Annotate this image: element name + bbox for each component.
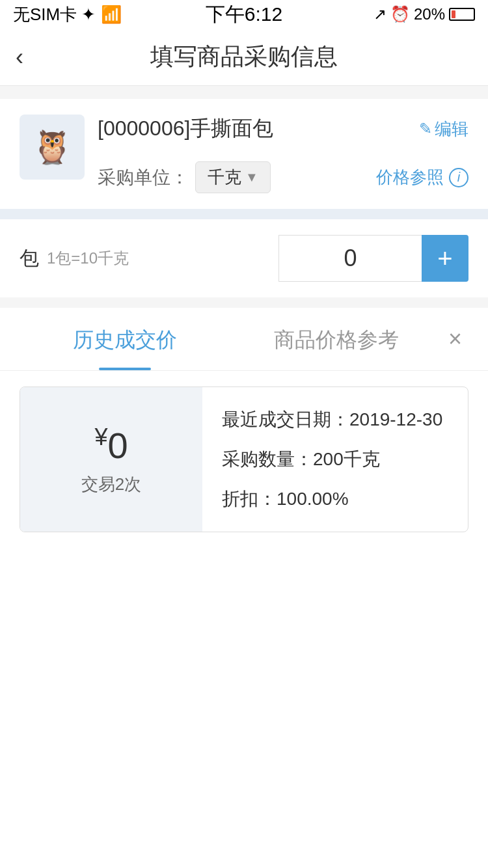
purchase-qty-label: 采购数量：	[222, 449, 313, 469]
discount-label: 折扣：	[222, 489, 277, 509]
purchase-qty: 采购数量：200千克	[222, 445, 448, 474]
status-bar: 无SIM卡 ✦ 📶 下午6:12 ↗ ⏰ 20%	[0, 0, 488, 29]
price-ref-label: 价格参照	[376, 166, 444, 189]
product-card: 🦉 [0000006]手撕面包 ✎ 编辑 采购单位： 千克 ▼	[0, 99, 488, 209]
battery-icon	[449, 8, 475, 21]
price-panel: 历史成交价 商品价格参考 × ¥0 交易2次 最近成交日期：2019-12-30…	[0, 308, 488, 548]
price-panel-tabs: 历史成交价 商品价格参考 ×	[0, 308, 488, 371]
recent-date-label: 最近成交日期：	[222, 409, 349, 429]
purchase-qty-value: 200千克	[313, 449, 380, 469]
price-ref-button[interactable]: 价格参照 i	[376, 166, 468, 189]
quantity-label: 包 1包=10千克	[20, 245, 129, 272]
price-symbol: ¥	[94, 424, 107, 450]
recent-date: 最近成交日期：2019-12-30	[222, 405, 448, 435]
quantity-input-group: +	[278, 235, 468, 282]
product-thumb-icon: 🦉	[32, 128, 72, 166]
quantity-hint: 1包=10千克	[47, 248, 129, 269]
edit-button[interactable]: ✎ 编辑	[419, 118, 468, 141]
status-right-icons: ↗ ⏰ 20%	[373, 5, 475, 23]
recent-date-value: 2019-12-30	[349, 409, 442, 429]
discount: 折扣：100.00%	[222, 485, 448, 514]
unit-label: 采购单位：	[98, 165, 189, 190]
page-title: 填写商品采购信息	[150, 41, 338, 73]
quantity-unit: 包	[20, 245, 39, 272]
history-price-summary: ¥0 交易2次	[20, 387, 202, 532]
carrier-text: 无SIM卡 ✦	[13, 3, 96, 26]
product-info: [0000006]手撕面包 ✎ 编辑 采购单位： 千克 ▼ 价格参照 i	[98, 115, 468, 193]
history-card: ¥0 交易2次 最近成交日期：2019-12-30 采购数量：200千克 折扣：…	[20, 387, 468, 532]
product-name: [0000006]手撕面包	[98, 115, 273, 143]
history-price-value: ¥0	[94, 424, 128, 467]
quantity-row: 包 1包=10千克 +	[0, 219, 488, 297]
unit-value: 千克	[208, 166, 241, 189]
price-number: 0	[107, 425, 128, 466]
section-divider	[0, 209, 488, 219]
product-thumbnail: 🦉	[20, 115, 85, 180]
product-unit-row: 采购单位： 千克 ▼ 价格参照 i	[98, 161, 468, 193]
battery-percent: 20%	[414, 5, 445, 23]
edit-label: 编辑	[435, 118, 468, 141]
price-panel-close-button[interactable]: ×	[442, 312, 468, 366]
nav-bar: ‹ 填写商品采购信息	[0, 29, 488, 86]
quantity-input[interactable]	[278, 235, 422, 282]
wifi-icon: 📶	[101, 5, 122, 25]
product-name-row: [0000006]手撕面包 ✎ 编辑	[98, 115, 468, 143]
unit-arrow-icon: ▼	[245, 170, 258, 185]
tab-product-price[interactable]: 商品价格参考	[230, 308, 441, 370]
unit-select[interactable]: 千克 ▼	[195, 161, 271, 193]
status-carrier: 无SIM卡 ✦ 📶	[13, 3, 122, 26]
location-icon: ↗	[373, 5, 386, 23]
price-content: ¥0 交易2次 最近成交日期：2019-12-30 采购数量：200千克 折扣：…	[0, 371, 488, 548]
edit-icon: ✎	[419, 120, 432, 138]
tab-history-price[interactable]: 历史成交价	[20, 308, 230, 370]
back-button[interactable]: ‹	[16, 44, 23, 71]
history-details: 最近成交日期：2019-12-30 采购数量：200千克 折扣：100.00%	[202, 387, 468, 532]
bottom-fill	[0, 548, 488, 868]
history-trade-count: 交易2次	[81, 473, 141, 496]
quantity-plus-button[interactable]: +	[422, 235, 468, 282]
product-header: 🦉 [0000006]手撕面包 ✎ 编辑 采购单位： 千克 ▼	[20, 115, 468, 193]
alarm-icon: ⏰	[390, 5, 410, 23]
status-time: 下午6:12	[206, 1, 282, 28]
discount-value: 100.00%	[277, 489, 349, 509]
price-ref-info-icon: i	[449, 168, 468, 187]
